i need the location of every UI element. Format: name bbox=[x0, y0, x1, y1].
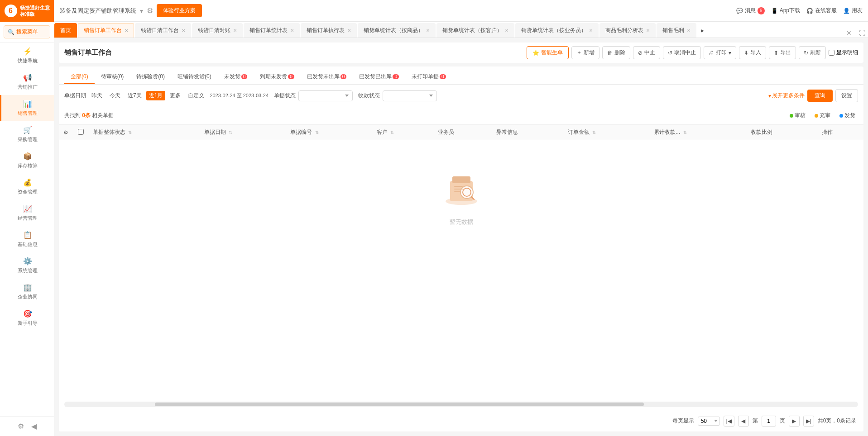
import-button[interactable]: ⬇ 导入 bbox=[739, 46, 766, 59]
review-action-button[interactable]: 审核 bbox=[787, 110, 808, 121]
sidebar-item-marketing[interactable]: 📢 营销推广 bbox=[0, 69, 54, 95]
filter-tab-shipped-out[interactable]: 已发货已出库0 bbox=[353, 70, 405, 84]
payment-select[interactable] bbox=[383, 90, 437, 101]
th-customer[interactable]: 客户 ⇅ bbox=[372, 125, 433, 140]
topbar-dropdown-icon[interactable]: ▾ bbox=[140, 7, 143, 14]
tab-sales-exec[interactable]: 销售订单执行表 ✕ bbox=[301, 23, 357, 38]
th-received[interactable]: 累计收款... ⇅ bbox=[649, 125, 746, 140]
filter-tab-pending-review[interactable]: 待审核(0) bbox=[95, 70, 130, 84]
th-amount[interactable]: 订单金额 ⇅ bbox=[563, 125, 649, 140]
sidebar-item-guide[interactable]: 🎯 新手引导 bbox=[0, 305, 54, 331]
solution-button[interactable]: 体验行业方案 bbox=[157, 4, 202, 17]
cancel-stop-button[interactable]: ↺ 取消中止 bbox=[663, 46, 701, 59]
tab-cash-reconcile[interactable]: 钱货日清对账 ✕ bbox=[192, 23, 243, 38]
tab-margin-close[interactable]: ✕ bbox=[646, 28, 650, 33]
export-button[interactable]: ⬆ 导出 bbox=[769, 46, 796, 59]
page-prev-btn[interactable]: ◀ bbox=[738, 416, 749, 427]
sidebar-item-finance[interactable]: 💰 资金管理 bbox=[0, 174, 54, 200]
search-settings-button[interactable]: 设置 bbox=[835, 89, 858, 102]
filter-tab-overdue[interactable]: 到期未发货0 bbox=[254, 70, 301, 84]
date-opt-1month[interactable]: 近1月 bbox=[146, 91, 166, 100]
tab-cash-reconcile-close[interactable]: ✕ bbox=[233, 28, 237, 33]
scrollbar-thumb[interactable] bbox=[155, 403, 644, 406]
tab-sales-stats[interactable]: 销售订单统计表 ✕ bbox=[244, 23, 300, 38]
filter-tab-wangpu[interactable]: 旺铺待发货(0) bbox=[171, 70, 218, 84]
unreviewed-action-button[interactable]: 充审 bbox=[812, 110, 833, 121]
sidebar-item-inventory[interactable]: 📦 库存核算 bbox=[0, 147, 54, 174]
refresh-button[interactable]: ↻ 刷新 bbox=[799, 46, 826, 59]
status-select[interactable] bbox=[298, 90, 353, 101]
date-opt-more[interactable]: 更多 bbox=[167, 91, 183, 100]
sidebar-item-sales[interactable]: 📊 销售管理 bbox=[0, 95, 54, 121]
sidebar-search[interactable]: 🔍 搜索菜单 bbox=[0, 22, 54, 43]
ship-action-button[interactable]: 发货 bbox=[837, 110, 858, 121]
sidebar-item-quick-nav[interactable]: ⚡ 快捷导航 bbox=[0, 43, 54, 69]
filter-tab-pending-inspect[interactable]: 待拣验货(0) bbox=[130, 70, 171, 84]
tab-margin-analysis[interactable]: 商品毛利分析表 ✕ bbox=[599, 23, 656, 38]
tab-sales-stats-close[interactable]: ✕ bbox=[290, 28, 294, 33]
table-scroll[interactable]: ⚙ 单据整体状态 ⇅ 单据日期 ⇅ 单据编号 ⇅ 客户 ⇅ 业务员 异常信息 订… bbox=[59, 125, 863, 402]
print-button[interactable]: 🖨 打印 ▾ bbox=[704, 46, 736, 59]
tab-more-button[interactable]: ▸ bbox=[697, 23, 708, 38]
tab-sales-summary-product[interactable]: 销货单统计表（按商品） ✕ bbox=[358, 23, 436, 38]
th-checkbox[interactable] bbox=[73, 125, 88, 140]
user-menu-button[interactable]: 👤 用友 bbox=[843, 7, 863, 14]
th-date[interactable]: 单据日期 ⇅ bbox=[200, 125, 286, 140]
tab-profit-close[interactable]: ✕ bbox=[687, 28, 691, 33]
stop-button[interactable]: ⊘ 中止 bbox=[633, 46, 660, 59]
collapse-button[interactable]: ◀ bbox=[29, 420, 38, 432]
add-button[interactable]: ＋ 新增 bbox=[571, 46, 599, 59]
tab-action-fullscreen[interactable]: ⛶ bbox=[856, 28, 868, 38]
tab-summary-product-close[interactable]: ✕ bbox=[426, 28, 430, 33]
tab-sales-summary-customer[interactable]: 销货单统计表（按客户） ✕ bbox=[436, 23, 514, 38]
page-input[interactable] bbox=[762, 416, 776, 427]
page-size-label: 每页显示 bbox=[672, 417, 694, 425]
search-menu-button[interactable]: 🔍 搜索菜单 bbox=[4, 25, 50, 38]
delete-button[interactable]: 🗑 删除 bbox=[602, 46, 630, 59]
date-opt-custom[interactable]: 自定义 bbox=[185, 91, 207, 100]
show-detail-label[interactable]: 显示明细 bbox=[829, 49, 858, 57]
app-download-button[interactable]: 📱 App下载 bbox=[771, 7, 800, 14]
date-opt-7days[interactable]: 近7天 bbox=[125, 91, 144, 100]
date-opt-today[interactable]: 今天 bbox=[107, 91, 123, 100]
tab-sales-summary-staff[interactable]: 销货单统计表（按业务员） ✕ bbox=[515, 23, 599, 38]
page-size-select[interactable]: 50 100 200 bbox=[698, 417, 720, 426]
th-number[interactable]: 单据编号 ⇅ bbox=[286, 125, 372, 140]
tab-sales-workbench[interactable]: 销售订单工作台 ✕ bbox=[78, 23, 134, 38]
tab-cash-daily[interactable]: 钱货日清工作台 ✕ bbox=[135, 23, 191, 38]
tab-cash-daily-close[interactable]: ✕ bbox=[182, 28, 185, 33]
smart-create-button[interactable]: ⭐ 智能生单 bbox=[527, 46, 569, 59]
tab-action-prev[interactable]: ✕ bbox=[844, 28, 854, 38]
tab-summary-staff-close[interactable]: ✕ bbox=[589, 28, 593, 33]
tab-sales-exec-close[interactable]: ✕ bbox=[347, 28, 351, 33]
tab-sales-profit[interactable]: 销售毛利 ✕ bbox=[657, 23, 696, 38]
th-setting[interactable]: ⚙ bbox=[59, 125, 73, 140]
filter-tab-not-shipped[interactable]: 未发货0 bbox=[218, 70, 254, 84]
page-first-btn[interactable]: |◀ bbox=[724, 416, 734, 427]
horizontal-scrollbar[interactable] bbox=[64, 402, 858, 407]
message-button[interactable]: 💬 消息 6 bbox=[736, 7, 765, 14]
settings-button[interactable]: ⚙ bbox=[16, 420, 26, 432]
page-next-btn[interactable]: ▶ bbox=[789, 416, 800, 427]
filter-tab-shipped-not-out[interactable]: 已发货未出库0 bbox=[301, 70, 353, 84]
sidebar-item-operation[interactable]: 📈 经营管理 bbox=[0, 200, 54, 226]
query-button[interactable]: 查询 bbox=[807, 90, 833, 102]
tab-home[interactable]: 首页 bbox=[54, 23, 77, 38]
tab-summary-customer-close[interactable]: ✕ bbox=[505, 28, 508, 33]
sidebar-item-purchase[interactable]: 🛒 采购管理 bbox=[0, 121, 54, 147]
select-all-checkbox[interactable] bbox=[78, 129, 84, 135]
tab-sales-workbench-close[interactable]: ✕ bbox=[125, 28, 128, 33]
filter-tab-not-printed[interactable]: 未打印单据0 bbox=[405, 70, 452, 84]
topbar-gear-icon[interactable]: ⚙ bbox=[147, 6, 153, 15]
expand-button[interactable]: ▾ 展开更多条件 bbox=[768, 92, 805, 100]
sidebar-item-enterprise[interactable]: 🏢 企业协同 bbox=[0, 279, 54, 305]
online-service-button[interactable]: 🎧 在线客服 bbox=[806, 7, 837, 14]
sidebar-item-system[interactable]: ⚙️ 系统管理 bbox=[0, 252, 54, 279]
th-salesman[interactable]: 业务员 bbox=[433, 125, 492, 140]
page-last-btn[interactable]: ▶| bbox=[803, 416, 814, 427]
date-opt-yesterday[interactable]: 昨天 bbox=[89, 91, 105, 100]
show-detail-checkbox[interactable] bbox=[829, 50, 834, 56]
th-status[interactable]: 单据整体状态 ⇅ bbox=[88, 125, 200, 140]
filter-tab-all[interactable]: 全部(0) bbox=[64, 70, 95, 84]
sidebar-item-basic[interactable]: 📋 基础信息 bbox=[0, 226, 54, 252]
